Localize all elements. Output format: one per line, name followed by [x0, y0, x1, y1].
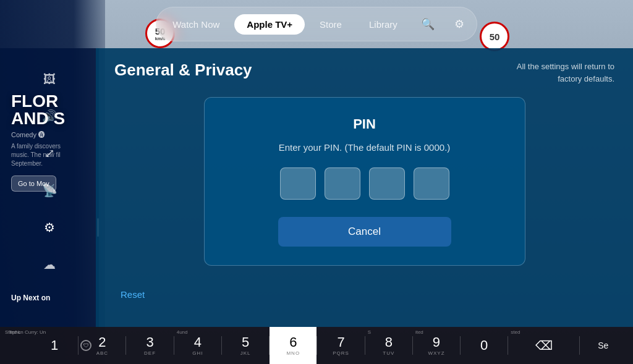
numpad-se[interactable]: Se	[580, 327, 627, 364]
numpad-key-2[interactable]: 2 ABC	[79, 327, 125, 364]
pin-input-2[interactable]	[325, 167, 360, 200]
promo-desc: A family discoversmusic. The new filSept…	[11, 142, 101, 168]
backspace-top-label: sted	[511, 329, 520, 335]
modal-header: General & Privacy All the settings will …	[114, 61, 614, 85]
promo-title: FLORAND S	[11, 93, 101, 127]
promo-content: FLORAND S Comedy 🅐 A family discoversmus…	[11, 93, 101, 192]
cloud-icon: ☁	[43, 257, 56, 272]
pin-input-4[interactable]	[414, 167, 449, 200]
numpad-key-7[interactable]: 7 PQRS	[317, 327, 364, 364]
modal-overlay: General & Privacy All the settings will …	[96, 48, 633, 327]
pin-dialog-title: PIN	[229, 116, 500, 132]
numpad-key-9[interactable]: ited 9 WXYZ	[413, 327, 460, 364]
pin-input-3[interactable]	[369, 167, 405, 200]
numpad-key-3[interactable]: 3 DEF	[126, 327, 173, 364]
modal-hint: All the settings will return to factory …	[491, 61, 614, 85]
reset-link[interactable]: Reset	[121, 289, 145, 300]
key7-digit: 7	[337, 336, 344, 349]
backspace-icon: ⌫	[535, 338, 553, 353]
modal-title: General & Privacy	[114, 61, 252, 80]
promo-genre: Comedy 🅐	[11, 131, 101, 138]
key6-letters: MNO	[286, 350, 300, 356]
key4-digit: 4	[194, 336, 202, 349]
pin-prompt: Enter your PIN. (The default PIN is 0000…	[229, 142, 500, 153]
key8-top-label: S	[368, 329, 371, 335]
key2-digit: 2	[98, 336, 106, 349]
key7-letters: PQRS	[333, 350, 349, 356]
numpad-backspace[interactable]: sted ⌫	[508, 327, 579, 364]
key2-letters: ABC	[96, 350, 108, 356]
photo-icon: 🖼	[43, 72, 56, 87]
cancel-button[interactable]: Cancel	[278, 217, 451, 247]
search-icon[interactable]: 🔍	[412, 12, 443, 36]
up-next-label: Up Next on	[11, 294, 50, 302]
pin-dialog: PIN Enter your PIN. (The default PIN is …	[204, 97, 525, 266]
key9-digit: 9	[433, 336, 440, 349]
sidebar-item-settings[interactable]: ⚙	[0, 209, 99, 246]
key3-digit: 3	[146, 336, 153, 349]
numpad-key-4[interactable]: 4und 4 GHI	[174, 327, 221, 364]
numpad-key-6[interactable]: 6 MNO	[270, 327, 316, 364]
go-to-movie-button[interactable]: Go to Mov	[11, 176, 56, 192]
key9-letters: WXYZ	[428, 350, 444, 356]
key3-letters: DEF	[144, 350, 156, 356]
key1-digit: 1	[51, 339, 58, 352]
key6-digit: 6	[289, 336, 297, 349]
sidebar-item-cloud[interactable]: ☁	[0, 246, 99, 283]
nav-pill: Watch Now Apple TV+ Store Library 🔍 ⚙	[156, 7, 477, 41]
numpad-key-8[interactable]: S 8 TUV	[365, 327, 412, 364]
nav-watch-now[interactable]: Watch Now	[160, 14, 232, 35]
key8-letters: TUV	[383, 350, 394, 356]
settings-icon[interactable]: ⚙	[446, 12, 473, 36]
numpad-key-1[interactable]: Ted L 1	[6, 327, 78, 364]
se-label: Se	[598, 341, 608, 350]
pin-input-1[interactable]	[280, 167, 316, 200]
bottom-bar: Stephen Curry: Un 🛡 Ted L 1 2 ABC 3 DEF …	[0, 327, 633, 364]
pin-inputs	[229, 167, 500, 200]
numpad-key-0[interactable]: 0	[461, 327, 508, 364]
settings-sidebar-icon: ⚙	[44, 220, 55, 235]
key1-top-label: Ted L	[9, 329, 21, 335]
key4-letters: GHI	[192, 350, 203, 356]
key0-digit: 0	[480, 339, 488, 352]
key5-letters: JKL	[240, 350, 251, 356]
numpad-key-5[interactable]: 5 JKL	[222, 327, 269, 364]
nav-apple-tv[interactable]: Apple TV+	[234, 14, 305, 35]
key5-digit: 5	[242, 336, 249, 349]
nav-library[interactable]: Library	[357, 14, 410, 35]
key4-top-label: 4und	[177, 329, 188, 335]
key8-digit: 8	[385, 336, 393, 349]
numpad: Stephen Curry: Un 🛡 Ted L 1 2 ABC 3 DEF …	[0, 327, 633, 364]
key9-top-label: ited	[415, 329, 423, 335]
top-navigation: Watch Now Apple TV+ Store Library 🔍 ⚙	[0, 0, 633, 48]
nav-store[interactable]: Store	[307, 14, 354, 35]
